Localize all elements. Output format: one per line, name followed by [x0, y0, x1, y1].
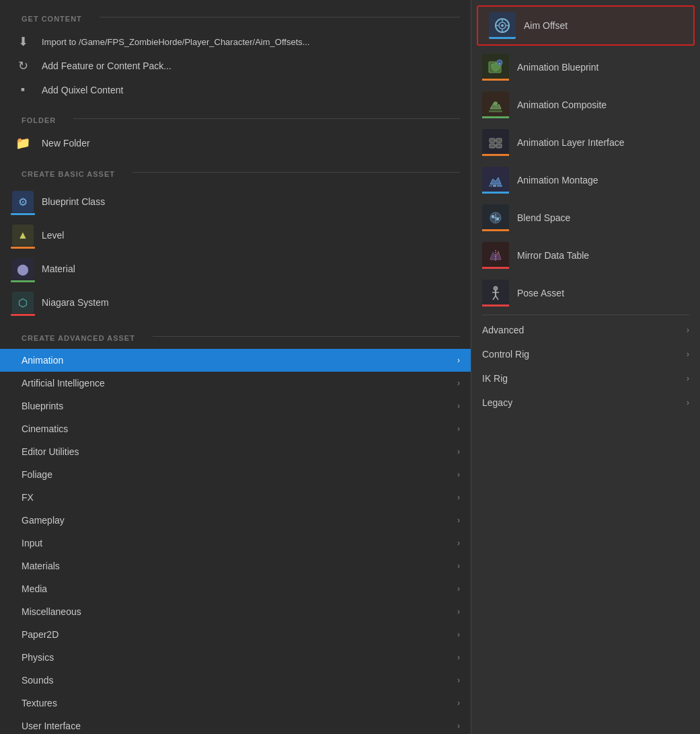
- textures-label: Textures: [22, 698, 57, 708]
- create-advanced-label: CREATE ADVANCED ASSET: [11, 326, 146, 346]
- pose-asset-label: Pose Asset: [517, 288, 689, 298]
- material-item[interactable]: ⬤ Material: [0, 252, 471, 286]
- user-interface-label: User Interface: [22, 721, 81, 731]
- animation-blueprint-label: Animation Blueprint: [517, 62, 689, 73]
- physics-chevron-icon: ›: [457, 653, 460, 662]
- textures-item[interactable]: Textures ›: [0, 692, 471, 715]
- input-label: Input: [22, 538, 42, 548]
- blueprint-class-item[interactable]: ⚙ Blueprint Class: [0, 185, 471, 218]
- legacy-label: Legacy: [482, 397, 512, 408]
- legacy-subitem[interactable]: Legacy ›: [471, 391, 700, 415]
- ik-rig-subitem[interactable]: IK Rig ›: [471, 366, 700, 391]
- ai-item[interactable]: Artificial Intelligence ›: [0, 372, 471, 395]
- materials-item[interactable]: Materials ›: [0, 555, 471, 577]
- animation-chevron-icon: ›: [457, 356, 460, 365]
- miscellaneous-chevron-icon: ›: [457, 607, 460, 616]
- gameplay-label: Gameplay: [22, 515, 65, 526]
- animation-item[interactable]: Animation ›: [0, 349, 471, 372]
- blueprint-bar: [11, 213, 35, 215]
- animation-composite-item[interactable]: Animation Composite: [471, 86, 700, 124]
- cinematics-chevron-icon: ›: [457, 424, 460, 434]
- pose-asset-icon: [482, 280, 509, 307]
- left-panel: GET CONTENT ⬇ Import to /Game/FPS_Zombie…: [0, 0, 471, 734]
- svg-rect-13: [496, 138, 502, 142]
- level-label: Level: [42, 230, 460, 241]
- fx-chevron-icon: ›: [457, 493, 460, 502]
- import-item[interactable]: ⬇ Import to /Game/FPS_ZombieHorde/Player…: [0, 30, 471, 54]
- blueprints-label: Blueprints: [22, 401, 63, 411]
- paper2d-item[interactable]: Paper2D ›: [0, 623, 471, 646]
- physics-item[interactable]: Physics ›: [0, 646, 471, 669]
- material-bar: [11, 280, 35, 282]
- svg-rect-14: [490, 144, 495, 148]
- ik-rig-label: IK Rig: [482, 373, 508, 384]
- niagara-label: Niagara System: [42, 297, 460, 308]
- aim-offset-item[interactable]: Aim Offset: [477, 5, 695, 46]
- editor-utilities-label: Editor Utilities: [22, 446, 79, 457]
- ik-rig-chevron-icon: ›: [687, 374, 689, 383]
- control-rig-chevron-icon: ›: [687, 350, 689, 359]
- control-rig-subitem[interactable]: Control Rig ›: [471, 342, 700, 366]
- animation-layer-interface-item[interactable]: Animation Layer Interface: [471, 124, 700, 161]
- foliage-item[interactable]: Foliage ›: [0, 463, 471, 486]
- materials-chevron-icon: ›: [457, 561, 460, 571]
- svg-point-6: [501, 24, 504, 27]
- svg-rect-18: [489, 185, 492, 187]
- advanced-chevron-icon: ›: [687, 325, 689, 335]
- editor-utilities-chevron-icon: ›: [457, 447, 460, 456]
- animation-montage-item[interactable]: Animation Montage: [471, 161, 700, 199]
- new-folder-item[interactable]: 📁 New Folder: [0, 131, 471, 155]
- level-icon: ▲: [12, 225, 34, 246]
- animation-montage-icon: [482, 167, 509, 194]
- create-advanced-section: CREATE ADVANCED ASSET Animation › Artifi…: [0, 319, 471, 734]
- paper2d-label: Paper2D: [22, 629, 59, 640]
- aim-offset-label: Aim Offset: [524, 20, 683, 31]
- blend-space-label: Blend Space: [517, 212, 689, 223]
- cinematics-item[interactable]: Cinematics ›: [0, 417, 471, 440]
- user-interface-chevron-icon: ›: [457, 721, 460, 731]
- separator: [482, 315, 689, 315]
- quixel-item[interactable]: ▪ Add Quixel Content: [0, 78, 471, 101]
- feature-item[interactable]: ↻ Add Feature or Content Pack...: [0, 54, 471, 78]
- editor-utilities-item[interactable]: Editor Utilities ›: [0, 440, 471, 463]
- level-item[interactable]: ▲ Level: [0, 218, 471, 252]
- paper2d-chevron-icon: ›: [457, 630, 460, 639]
- media-item[interactable]: Media ›: [0, 577, 471, 600]
- niagara-bar: [11, 314, 35, 316]
- advanced-subitem[interactable]: Advanced ›: [471, 318, 700, 342]
- blend-space-item[interactable]: Blend Space: [471, 199, 700, 237]
- svg-rect-20: [497, 185, 502, 187]
- animation-composite-label: Animation Composite: [517, 99, 689, 110]
- gameplay-chevron-icon: ›: [457, 516, 460, 525]
- mirror-data-table-item[interactable]: Mirror Data Table: [471, 237, 700, 274]
- miscellaneous-label: Miscellaneous: [22, 606, 81, 617]
- media-label: Media: [22, 583, 47, 594]
- cinematics-label: Cinematics: [22, 423, 68, 434]
- sounds-label: Sounds: [22, 675, 53, 686]
- gameplay-item[interactable]: Gameplay ›: [0, 509, 471, 532]
- blend-space-icon: [482, 204, 509, 231]
- animation-blueprint-item[interactable]: + Animation Blueprint: [471, 48, 700, 86]
- user-interface-item[interactable]: User Interface ›: [0, 715, 471, 734]
- svg-text:+: +: [498, 61, 501, 65]
- pose-asset-item[interactable]: Pose Asset: [471, 274, 700, 312]
- miscellaneous-item[interactable]: Miscellaneous ›: [0, 600, 471, 623]
- new-folder-icon: 📁: [11, 136, 35, 151]
- svg-line-30: [493, 296, 496, 300]
- niagara-item[interactable]: ⬡ Niagara System: [0, 286, 471, 319]
- physics-label: Physics: [22, 652, 54, 663]
- svg-point-11: [494, 101, 498, 106]
- ai-label: Artificial Intelligence: [22, 378, 105, 389]
- svg-point-25: [496, 218, 499, 220]
- get-content-section: GET CONTENT ⬇ Import to /Game/FPS_Zombie…: [0, 0, 471, 101]
- material-label: Material: [42, 263, 460, 274]
- blueprints-item[interactable]: Blueprints ›: [0, 395, 471, 417]
- quixel-icon: ▪: [11, 83, 35, 97]
- folder-label: FOLDER: [11, 108, 67, 128]
- control-rig-label: Control Rig: [482, 349, 529, 360]
- input-item[interactable]: Input ›: [0, 532, 471, 555]
- sounds-item[interactable]: Sounds ›: [0, 669, 471, 692]
- fx-item[interactable]: FX ›: [0, 486, 471, 509]
- svg-line-31: [496, 296, 498, 300]
- feature-label: Add Feature or Content Pack...: [42, 60, 460, 71]
